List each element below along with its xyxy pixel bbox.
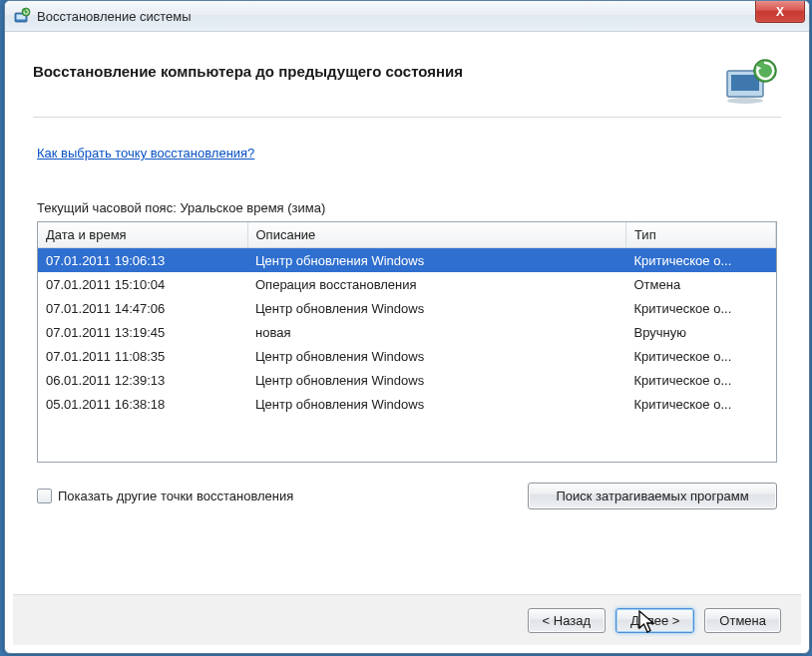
cell-desc: Центр обновления Windows bbox=[247, 344, 626, 368]
checkbox-icon bbox=[37, 489, 52, 503]
cell-date: 07.01.2011 14:47:06 bbox=[38, 296, 247, 320]
cell-type: Отмена bbox=[626, 272, 776, 296]
restore-points-table[interactable]: Дата и время Описание Тип 07.01.2011 19:… bbox=[37, 221, 777, 463]
next-button[interactable]: Далее > bbox=[615, 608, 694, 633]
restore-large-icon bbox=[721, 57, 781, 107]
column-header-type[interactable]: Тип bbox=[626, 222, 776, 248]
titlebar: Восстановление системы X bbox=[5, 1, 809, 32]
cell-type: Вручную bbox=[626, 320, 776, 344]
back-button[interactable]: < Назад bbox=[528, 608, 606, 633]
wizard-footer: < Назад Далее > Отмена bbox=[13, 594, 801, 645]
cancel-button[interactable]: Отмена bbox=[704, 608, 781, 633]
cell-date: 07.01.2011 13:19:45 bbox=[38, 320, 247, 344]
show-more-label: Показать другие точки восстановления bbox=[58, 489, 293, 503]
svg-rect-4 bbox=[731, 75, 759, 91]
table-row[interactable]: 07.01.2011 11:08:35Центр обновления Wind… bbox=[38, 344, 776, 368]
cell-date: 07.01.2011 15:10:04 bbox=[38, 272, 247, 296]
cell-type: Критическое о... bbox=[626, 344, 776, 368]
cell-desc: Центр обновления Windows bbox=[247, 392, 626, 416]
close-button[interactable]: X bbox=[755, 1, 805, 23]
cell-date: 05.01.2011 16:38:18 bbox=[38, 392, 247, 416]
header-row: Восстановление компьютера до предыдущего… bbox=[33, 57, 781, 107]
cell-desc: Центр обновления Windows bbox=[247, 296, 626, 320]
divider bbox=[33, 117, 781, 118]
column-header-date[interactable]: Дата и время bbox=[38, 222, 247, 248]
system-restore-icon bbox=[13, 7, 31, 25]
client-area: Восстановление компьютера до предыдущего… bbox=[13, 39, 801, 645]
table-row[interactable]: 05.01.2011 16:38:18Центр обновления Wind… bbox=[38, 392, 776, 416]
cell-date: 06.01.2011 12:39:13 bbox=[38, 368, 247, 392]
page-title: Восстановление компьютера до предыдущего… bbox=[33, 57, 711, 80]
cell-desc: Операция восстановления bbox=[247, 272, 626, 296]
cell-type: Критическое о... bbox=[626, 296, 776, 320]
cell-date: 07.01.2011 19:06:13 bbox=[38, 248, 247, 273]
cell-type: Критическое о... bbox=[626, 248, 776, 273]
svg-point-5 bbox=[727, 98, 763, 104]
window-title: Восстановление системы bbox=[37, 9, 192, 24]
cell-desc: новая bbox=[247, 320, 626, 344]
table-row[interactable]: 07.01.2011 13:19:45новаяВручную bbox=[38, 320, 776, 344]
close-icon: X bbox=[776, 5, 784, 19]
table-row[interactable]: 07.01.2011 15:10:04Операция восстановлен… bbox=[38, 272, 776, 296]
cell-type: Критическое о... bbox=[626, 392, 776, 416]
table-row[interactable]: 07.01.2011 14:47:06Центр обновления Wind… bbox=[38, 296, 776, 320]
show-more-checkbox[interactable]: Показать другие точки восстановления bbox=[37, 489, 293, 503]
cell-desc: Центр обновления Windows bbox=[247, 248, 626, 273]
scan-affected-programs-button[interactable]: Поиск затрагиваемых программ bbox=[528, 483, 777, 509]
table-row[interactable]: 07.01.2011 19:06:13Центр обновления Wind… bbox=[38, 248, 776, 273]
cell-date: 07.01.2011 11:08:35 bbox=[38, 344, 247, 368]
help-link[interactable]: Как выбрать точку восстановления? bbox=[37, 146, 254, 161]
system-restore-window: Восстановление системы X Восстановление … bbox=[4, 0, 810, 654]
cell-desc: Центр обновления Windows bbox=[247, 368, 626, 392]
table-row[interactable]: 06.01.2011 12:39:13Центр обновления Wind… bbox=[38, 368, 776, 392]
column-header-description[interactable]: Описание bbox=[247, 222, 626, 248]
cell-type: Критическое о... bbox=[626, 368, 776, 392]
timezone-label: Текущий часовой пояс: Уральское время (з… bbox=[37, 200, 781, 215]
options-row: Показать другие точки восстановления Пои… bbox=[37, 483, 777, 509]
